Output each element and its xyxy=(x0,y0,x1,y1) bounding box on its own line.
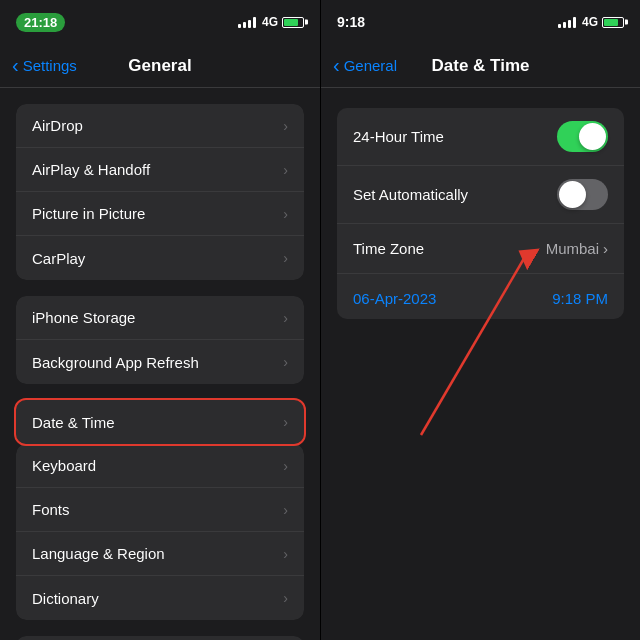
left-panel: 21:18 4G ‹ Settings General AirDrop xyxy=(0,0,320,640)
24hour-knob xyxy=(579,123,606,150)
settings-item-language[interactable]: Language & Region › xyxy=(16,532,304,576)
carplay-label: CarPlay xyxy=(32,250,85,267)
chevron-language: › xyxy=(283,546,288,562)
network-type-right: 4G xyxy=(582,15,598,29)
right-panel: 9:18 4G ‹ General Date & Time 24-Hour T xyxy=(320,0,640,640)
settings-list: AirDrop › AirPlay & Handoff › Picture in… xyxy=(0,88,320,640)
settings-item-vpn[interactable]: VPN & Device Management › xyxy=(16,636,304,640)
battery-fill-right xyxy=(604,19,618,26)
bg-refresh-label: Background App Refresh xyxy=(32,354,199,371)
bar1 xyxy=(238,24,241,28)
status-icons-right: 4G xyxy=(558,15,624,29)
bar3 xyxy=(248,20,251,28)
pip-label: Picture in Picture xyxy=(32,205,145,222)
group-date-time-highlighted: Date & Time › xyxy=(16,400,304,444)
group-general-1: AirDrop › AirPlay & Handoff › Picture in… xyxy=(16,104,304,280)
battery-right xyxy=(602,17,624,28)
group-general-5: VPN & Device Management › xyxy=(16,636,304,640)
settings-item-keyboard[interactable]: Keyboard › xyxy=(16,444,304,488)
chevron-carplay: › xyxy=(283,250,288,266)
status-bar-left: 21:18 4G xyxy=(0,0,320,44)
group-general-2: iPhone Storage › Background App Refresh … xyxy=(16,296,304,384)
settings-item-dictionary[interactable]: Dictionary › xyxy=(16,576,304,620)
settings-item-iphone-storage[interactable]: iPhone Storage › xyxy=(16,296,304,340)
signal-bars-left xyxy=(238,16,256,28)
bar2 xyxy=(243,22,246,28)
chevron-storage: › xyxy=(283,310,288,326)
language-label: Language & Region xyxy=(32,545,165,562)
airplay-label: AirPlay & Handoff xyxy=(32,161,150,178)
nav-title-left: General xyxy=(128,56,191,76)
status-time-left: 21:18 xyxy=(16,13,65,32)
signal-bars-right xyxy=(558,16,576,28)
nav-bar-right: ‹ General Date & Time xyxy=(321,44,640,88)
chevron-airplay: › xyxy=(283,162,288,178)
chevron-dictionary: › xyxy=(283,590,288,606)
nav-title-right: Date & Time xyxy=(432,56,530,76)
back-label-left: Settings xyxy=(23,57,77,74)
nav-bar-left: ‹ Settings General xyxy=(0,44,320,88)
iphone-storage-label: iPhone Storage xyxy=(32,309,135,326)
fonts-label: Fonts xyxy=(32,501,70,518)
back-chevron-right: ‹ xyxy=(333,54,340,77)
status-icons-left: 4G xyxy=(238,15,304,29)
dictionary-label: Dictionary xyxy=(32,590,99,607)
group-general-4: Keyboard › Fonts › Language & Region › D… xyxy=(16,444,304,620)
battery-left xyxy=(282,17,304,28)
airdrop-label: AirDrop xyxy=(32,117,83,134)
date-time-label: Date & Time xyxy=(32,414,115,431)
24hour-toggle[interactable] xyxy=(557,121,608,152)
chevron-fonts: › xyxy=(283,502,288,518)
date-time-content: 24-Hour Time Set Automatically Time Zone… xyxy=(321,88,640,640)
settings-item-bg-refresh[interactable]: Background App Refresh › xyxy=(16,340,304,384)
dt-item-24hour[interactable]: 24-Hour Time xyxy=(337,108,624,166)
status-bar-right: 9:18 4G xyxy=(321,0,640,44)
back-label-right: General xyxy=(344,57,397,74)
settings-item-airdrop[interactable]: AirDrop › xyxy=(16,104,304,148)
bar2r xyxy=(563,22,566,28)
svg-line-1 xyxy=(421,255,526,435)
bar4 xyxy=(253,17,256,28)
keyboard-label: Keyboard xyxy=(32,457,96,474)
chevron-keyboard: › xyxy=(283,458,288,474)
chevron-airdrop: › xyxy=(283,118,288,134)
chevron-pip: › xyxy=(283,206,288,222)
red-arrow-svg xyxy=(341,195,621,455)
arrow-container xyxy=(337,335,624,555)
bar3r xyxy=(568,20,571,28)
settings-item-date-time[interactable]: Date & Time › xyxy=(16,400,304,444)
settings-item-fonts[interactable]: Fonts › xyxy=(16,488,304,532)
settings-item-pip[interactable]: Picture in Picture › xyxy=(16,192,304,236)
settings-item-carplay[interactable]: CarPlay › xyxy=(16,236,304,280)
back-button-left[interactable]: ‹ Settings xyxy=(12,54,77,77)
24hour-label: 24-Hour Time xyxy=(353,128,444,145)
network-type-left: 4G xyxy=(262,15,278,29)
chevron-bg: › xyxy=(283,354,288,370)
bar4r xyxy=(573,17,576,28)
chevron-datetime: › xyxy=(283,414,288,430)
battery-fill-left xyxy=(284,19,298,26)
bar1r xyxy=(558,24,561,28)
status-time-right: 9:18 xyxy=(337,14,365,30)
back-button-right[interactable]: ‹ General xyxy=(333,54,397,77)
back-chevron-left: ‹ xyxy=(12,54,19,77)
settings-item-airplay[interactable]: AirPlay & Handoff › xyxy=(16,148,304,192)
